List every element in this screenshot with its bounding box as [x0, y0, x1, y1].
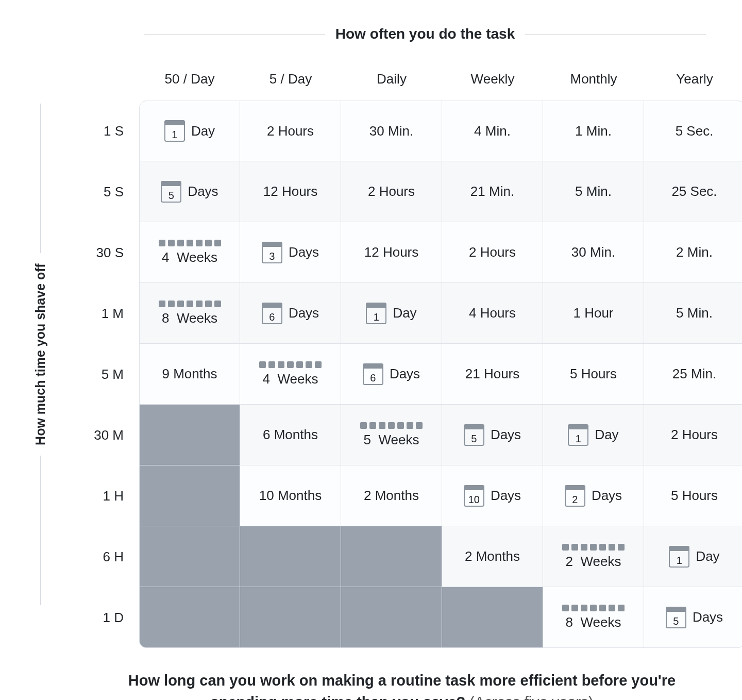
grid-cell: 4 Weeks [240, 344, 341, 405]
column-header: Daily [341, 61, 442, 101]
weeks-icon: 4 Weeks [259, 361, 322, 387]
calendar-icon: 1 [568, 424, 588, 446]
grid-cell: 2Days [543, 465, 644, 526]
calendar-icon: 5 [161, 181, 181, 203]
row-header: 1 S [47, 101, 139, 161]
cell-value: 12 Hours [364, 244, 419, 260]
cell-value: 2 Hours [671, 427, 718, 443]
cell-value: 8 Weeks [162, 310, 217, 326]
grid-cell: 5Days [442, 405, 543, 465]
grid-cell [139, 587, 240, 648]
cell-value: 4 Weeks [263, 371, 318, 387]
cell-value: Days [693, 609, 723, 625]
grid-cell: 1Day [139, 101, 240, 161]
grid-cell: 5 Weeks [341, 405, 442, 465]
calendar-icon: 6 [363, 363, 383, 385]
cell-value: Days [289, 305, 319, 321]
cell-value: 5 Hours [671, 488, 718, 504]
grid-cell: 8 Weeks [139, 283, 240, 344]
calendar-icon: 1 [366, 303, 386, 324]
y-axis-title: How much time you shave off [33, 263, 48, 445]
cell-value: 2 Months [364, 488, 419, 504]
grid-cell: 1Day [341, 283, 442, 344]
cell-value: Days [289, 244, 319, 260]
grid-cell: 2 Hours [240, 101, 341, 161]
grid-cell: 5 Sec. [644, 101, 742, 161]
x-axis-title-container: How often you do the task [144, 26, 706, 42]
row-header: 1 D [47, 587, 139, 648]
caption-main: How long can you work on making a routin… [128, 672, 676, 700]
grid-cell: 25 Min. [644, 344, 742, 405]
calendar-icon: 6 [262, 303, 282, 324]
cell-value: 5 Hours [570, 366, 617, 382]
cell-value: Day [393, 305, 416, 321]
cell-value: Day [696, 548, 719, 564]
cell-value: 1 Min. [575, 123, 612, 139]
grid-cell: 5 Hours [644, 465, 742, 526]
grid-cell: 12 Hours [240, 161, 341, 222]
cell-value: 2 Months [465, 548, 520, 564]
grid-cell: 4 Hours [442, 283, 543, 344]
grid-cell: 5 Min. [543, 161, 644, 222]
cell-value: 4 Min. [474, 123, 511, 139]
calendar-icon: 5 [666, 607, 686, 628]
grid-cell: 1 Min. [543, 101, 644, 161]
cell-value: 5 Sec. [676, 123, 714, 139]
calendar-icon: 1 [669, 546, 689, 568]
time-worth-grid: 50 / Day5 / DayDailyWeeklyMonthlyYearly1… [47, 61, 721, 648]
cell-value: 5 Weeks [364, 432, 419, 448]
calendar-icon: 5 [464, 424, 484, 446]
column-header: Yearly [644, 61, 742, 101]
weeks-icon: 8 Weeks [562, 605, 625, 630]
cell-value: Days [491, 488, 521, 504]
cell-value: Day [191, 123, 215, 139]
grid-cell: 12 Hours [341, 222, 442, 283]
grid-cell: 2 Hours [442, 222, 543, 283]
grid-cell: 2 Hours [644, 405, 742, 465]
cell-value: 21 Hours [465, 366, 520, 382]
weeks-icon: 4 Weeks [159, 240, 221, 265]
column-header: Weekly [442, 61, 543, 101]
grid-cell: 4 Min. [442, 101, 543, 161]
cell-value: Days [188, 184, 218, 199]
cell-value: 21 Min. [470, 184, 514, 199]
calendar-icon: 3 [262, 242, 282, 263]
grid-cell: 21 Min. [442, 161, 543, 222]
grid-cell: 1 Hour [543, 283, 644, 344]
chart-caption: How long can you work on making a routin… [113, 670, 690, 700]
grid-cell: 2 Months [442, 526, 543, 587]
cell-value: Days [592, 488, 622, 504]
cell-value: 10 Months [259, 488, 322, 504]
grid-cell: 5 Hours [543, 344, 644, 405]
grid-cell: 6 Months [240, 405, 341, 465]
grid-cell [139, 405, 240, 465]
cell-value: 9 Months [162, 366, 217, 382]
weeks-icon: 8 Weeks [159, 301, 221, 326]
row-header: 5 S [47, 161, 139, 222]
grid-cell [341, 526, 442, 587]
grid-cell: 6Days [341, 344, 442, 405]
calendar-icon: 2 [565, 485, 585, 507]
cell-value: 12 Hours [263, 184, 318, 199]
cell-value: 5 Min. [676, 305, 713, 321]
grid-cell: 2 Weeks [543, 526, 644, 587]
grid-cell: 6Days [240, 283, 341, 344]
grid-cell: 5 Min. [644, 283, 742, 344]
column-header: 5 / Day [240, 61, 341, 101]
grid-cell: 25 Sec. [644, 161, 742, 222]
row-header: 30 M [47, 405, 139, 465]
grid-cell [240, 587, 341, 648]
grid-cell: 10Days [442, 465, 543, 526]
grid-cell: 10 Months [240, 465, 341, 526]
grid-cell: 21 Hours [442, 344, 543, 405]
column-header: Monthly [543, 61, 644, 101]
grid-cell [341, 587, 442, 648]
x-axis-title: How often you do the task [335, 26, 515, 42]
grid-cell [139, 465, 240, 526]
y-axis-title-container: How much time you shave off [30, 61, 50, 648]
cell-value: 2 Min. [676, 244, 713, 260]
cell-value: 6 Months [263, 427, 318, 443]
cell-value: Days [390, 366, 420, 382]
grid-cell: 2 Min. [644, 222, 742, 283]
row-header: 5 M [47, 344, 139, 405]
